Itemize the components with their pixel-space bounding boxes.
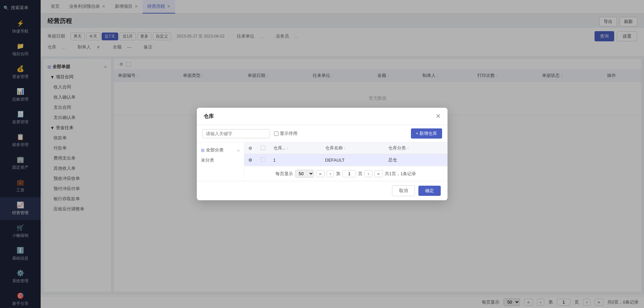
modal-table-content: ⚙ 仓库... ↕ 仓库名称 ↕ [244,142,448,181]
modal-per-page-select[interactable]: 50 100 [295,170,314,178]
modal-body: ⊞ 全部分类 « 未分类 ⚙ [197,142,448,181]
modal-last-page-btn[interactable]: » [374,170,383,177]
modal-table-area: ⚙ 仓库... ↕ 仓库名称 ↕ [244,142,448,166]
modal-col-code: 仓库... ↕ [269,142,321,154]
modal-page-input[interactable] [342,170,356,177]
modal-col-settings: ⚙ [244,142,256,154]
confirm-button[interactable]: 确定 [418,186,441,196]
modal-sidebar-title: 全部分类 [206,147,224,153]
modal-col-category: 仓库分类 ↕ [384,142,447,154]
add-warehouse-button[interactable]: + 新增仓库 [411,128,442,139]
row-settings-icon[interactable]: ⚙ [244,154,256,166]
modal-sidebar-item-uncategorized[interactable]: 未分类 [197,155,244,165]
modal-title: 仓库 [204,113,214,120]
cancel-button[interactable]: 取消 [392,185,415,196]
warehouse-modal: 仓库 ✕ 🔍 显示停用 + 新增仓库 [197,108,448,200]
modal-overlay: 仓库 ✕ 🔍 显示停用 + 新增仓库 [0,0,644,308]
row-code: DEFAULT [321,154,384,166]
modal-toolbar-left: 🔍 显示停用 [202,129,297,138]
modal-sidebar-collapse-icon[interactable]: « [237,148,240,153]
modal-next-page-btn[interactable]: › [365,170,372,177]
modal-per-page-label: 每页显示 [275,171,293,177]
row-id: 1 [269,154,321,166]
modal-sidebar-header: ⊞ 全部分类 « [197,145,244,155]
modal-search-button[interactable]: 🔍 [266,129,270,138]
modal-first-page-btn[interactable]: « [316,170,325,177]
modal-pagination: 每页显示 50 100 « ‹ 第 页 › » 共1页，1条记录 [244,166,448,181]
modal-total-text: 共1页，1条记录 [385,171,416,177]
sidebar-grid-icon: ⊞ [201,148,205,153]
modal-search-box: 🔍 [202,129,270,138]
modal-select-all[interactable] [261,145,265,150]
modal-sidebar-item-label: 未分类 [201,158,214,163]
show-disabled-label[interactable]: 显示停用 [274,130,297,137]
modal-search-input[interactable] [203,129,266,138]
modal-page-suffix: 页 [358,171,362,177]
modal-header: 仓库 ✕ [197,108,448,125]
modal-page-label-pre: 第 [336,171,340,177]
row-checkbox[interactable] [256,154,269,166]
modal-sidebar: ⊞ 全部分类 « 未分类 [197,142,244,181]
modal-table: ⚙ 仓库... ↕ 仓库名称 ↕ [244,142,448,166]
modal-footer: 取消 确定 [197,181,448,200]
table-row[interactable]: ⚙ 1 DEFAULT 总仓 [244,154,448,166]
show-disabled-checkbox[interactable] [274,131,278,136]
modal-col-checkbox [256,142,269,154]
row-name: 总仓 [384,154,447,166]
show-disabled-text: 显示停用 [280,130,297,137]
modal-prev-page-btn[interactable]: ‹ [327,170,334,177]
modal-close-button[interactable]: ✕ [436,112,441,120]
modal-col-name: 仓库名称 ↕ [321,142,384,154]
modal-toolbar: 🔍 显示停用 + 新增仓库 [197,125,448,142]
